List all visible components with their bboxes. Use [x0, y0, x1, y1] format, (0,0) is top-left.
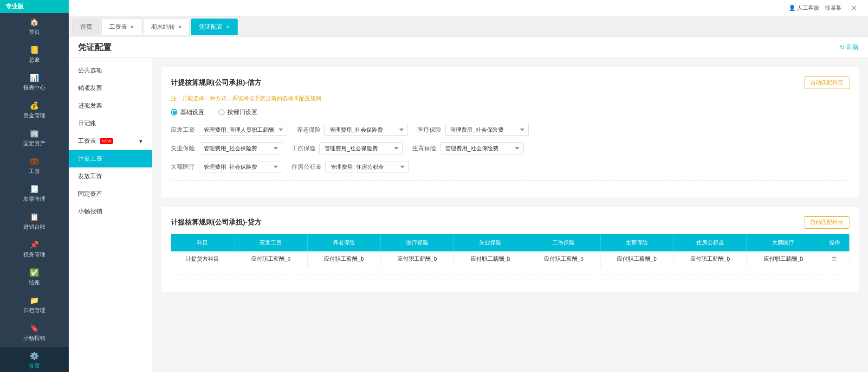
debit-auto-match-button[interactable]: 自动匹配科目 — [804, 77, 849, 89]
tab-payroll-close[interactable]: ✕ — [130, 24, 134, 30]
maternity-select[interactable]: 管理费用_社会保险费 — [440, 142, 524, 154]
col-salary: 应发工资 — [234, 234, 307, 251]
unemployment-label: 失业保险 — [171, 144, 195, 153]
tab-home-label: 首页 — [80, 23, 92, 31]
sidebar-item-label: 设置 — [29, 362, 40, 370]
sidebar-item-xiaochang-expense[interactable]: 🔖 小畅报销 — [0, 319, 69, 347]
report-icon: 📊 — [30, 73, 39, 82]
tab-voucher-config-close[interactable]: ✕ — [226, 24, 230, 30]
purchase-icon: 📋 — [30, 212, 39, 221]
left-nav-item-public[interactable]: 公共选项 — [69, 62, 152, 79]
cell-subject: 计提贷方科目 — [171, 251, 234, 267]
close-window-icon[interactable]: ✕ — [847, 2, 861, 14]
sidebar-item-settlement[interactable]: ✅ 结账 — [0, 263, 69, 291]
sidebar-item-report-center[interactable]: 📊 报表中心 — [0, 69, 69, 96]
tab-period-close[interactable]: 期末结转 ✕ — [143, 19, 190, 35]
salary-label: 应发工资 — [171, 126, 195, 134]
left-nav-item-payroll-calc[interactable]: 计提工资 — [69, 150, 152, 167]
sidebar-item-label: 固定资产 — [23, 140, 45, 148]
left-nav-item-journal[interactable]: 日记账 — [69, 115, 152, 132]
cell-salary: 应付职工薪酬_b — [234, 251, 307, 267]
expand-icon: ▾ — [139, 138, 143, 145]
cell-injury: 应付职工薪酬_b — [527, 251, 600, 267]
left-nav-item-payroll-table[interactable]: 工资表 NEW ▾ — [69, 132, 152, 150]
sidebar-item-salary[interactable]: 💼 工资 — [0, 152, 69, 180]
left-nav: 公共选项 销项发票 进项发票 日记账 工资表 NEW ▾ 计提工资 — [69, 58, 152, 372]
main-content: 计提核算规则(公司承担)-借方 自动匹配科目 注：只能选择一种方式，系统将按照您… — [152, 58, 868, 372]
credit-section-title: 计提核算规则(公司承担)-贷方 — [171, 218, 261, 227]
section-divider — [171, 180, 849, 181]
refresh-button[interactable]: ↻ 刷新 — [840, 43, 859, 51]
user-name: 徐某某 — [825, 4, 842, 12]
tab-bar: 首页 工资表 ✕ 期末结转 ✕ 凭证配置 ✕ — [69, 17, 868, 37]
refresh-label: 刷新 — [847, 43, 859, 51]
sidebar-item-label: 进销台账 — [23, 223, 45, 231]
debit-note: 注：只能选择一种方式，系统将按照您当前的选择来配置规则 — [171, 95, 849, 103]
action-icon[interactable]: ☰ — [832, 256, 837, 263]
sidebar: 专业版 🏠 首页 📒 总账 📊 报表中心 💰 资金管理 🏢 固定资产 💼 工资 … — [0, 0, 69, 372]
unemployment-select[interactable]: 管理费用_社会保险费 — [199, 142, 282, 154]
radio-dept-label: 按部门设置 — [227, 108, 258, 116]
left-nav-item-purchase-invoice[interactable]: 进项发票 — [69, 97, 152, 115]
left-nav-item-sales-invoice[interactable]: 销项发票 — [69, 79, 152, 97]
sidebar-item-tax[interactable]: 📌 税务管理 — [0, 236, 69, 263]
sidebar-item-general-ledger[interactable]: 📒 总账 — [0, 41, 69, 69]
medical-select[interactable]: 管理费用_社会保险费 — [445, 124, 529, 136]
sidebar-item-label: 小畅报销 — [23, 334, 45, 342]
sidebar-item-fund[interactable]: 💰 资金管理 — [0, 96, 69, 124]
injury-select[interactable]: 管理费用_社会保险费 — [319, 142, 403, 154]
cell-action[interactable]: ☰ — [820, 251, 849, 267]
sidebar-item-purchase-sales[interactable]: 📋 进销台账 — [0, 208, 69, 236]
maternity-label: 生育保险 — [412, 144, 436, 153]
col-pension: 养老保险 — [307, 234, 381, 251]
housing-select[interactable]: 管理费用_住房公积金 — [325, 161, 409, 173]
tab-period-close-close[interactable]: ✕ — [178, 24, 182, 30]
sidebar-item-label: 发票管理 — [23, 195, 45, 203]
expense-icon: 🔖 — [30, 324, 39, 333]
assets-icon: 🏢 — [30, 129, 39, 138]
radio-basic[interactable]: 基础设置 — [171, 108, 204, 116]
left-nav-item-fixed-assets[interactable]: 固定资产 — [69, 185, 152, 203]
tab-voucher-config-label: 凭证配置 — [199, 23, 223, 31]
tab-voucher-config[interactable]: 凭证配置 ✕ — [191, 19, 238, 35]
field-injury: 工伤保险 管理费用_社会保险费 — [291, 142, 403, 154]
new-badge: NEW — [100, 138, 113, 144]
pension-select[interactable]: 管理费用_社会保险费 — [324, 124, 408, 136]
cell-unemployment: 应付职工薪酬_b — [454, 251, 527, 267]
left-nav-item-xiaochang-expense[interactable]: 小畅报销 — [69, 203, 152, 220]
salary-icon: 💼 — [30, 157, 39, 166]
debit-section-header: 计提核算规则(公司承担)-借方 自动匹配科目 — [171, 77, 849, 89]
settings-icon: ⚙️ — [30, 352, 39, 360]
ledger-icon: 📒 — [30, 45, 39, 54]
tab-payroll[interactable]: 工资表 ✕ — [101, 19, 142, 35]
col-maternity: 生育保险 — [600, 234, 674, 251]
housing-label: 住房公积金 — [291, 163, 322, 171]
tab-home[interactable]: 首页 — [72, 19, 100, 35]
debit-form-row-1: 应发工资 管理费用_管理人员职工薪酬 养老保险 管理费用_社会保险费 医疗保险 — [171, 124, 849, 136]
field-maternity: 生育保险 管理费用_社会保险费 — [412, 142, 524, 154]
table-row: 计提贷方科目 应付职工薪酬_b 应付职工薪酬_b 应付职工薪酬_b 应付职工薪酬… — [171, 251, 849, 267]
medical-label: 医疗保险 — [417, 126, 441, 134]
page-header: 凭证配置 ↻ 刷新 — [69, 37, 868, 58]
radio-dept[interactable]: 按部门设置 — [218, 108, 258, 116]
sidebar-item-label: 税务管理 — [23, 251, 45, 259]
credit-auto-match-button[interactable]: 自动匹配科目 — [804, 216, 849, 229]
sidebar-item-fixed-assets[interactable]: 🏢 固定资产 — [0, 124, 69, 152]
sidebar-item-archive[interactable]: 📁 归档管理 — [0, 291, 69, 319]
sidebar-item-settings[interactable]: ⚙️ 设置 — [0, 347, 69, 372]
main-area: 👤 人工客服 徐某某 ✕ 首页 工资表 ✕ 期末结转 ✕ 凭证配置 ✕ 凭证配置… — [69, 0, 868, 372]
radio-basic-label: 基础设置 — [180, 108, 204, 116]
field-pension: 养老保险 管理费用_社会保险费 — [297, 124, 408, 136]
sidebar-item-home[interactable]: 🏠 首页 — [0, 13, 69, 41]
left-nav-item-payroll-issue[interactable]: 发放工资 — [69, 167, 152, 185]
topbar: 👤 人工客服 徐某某 ✕ — [69, 0, 868, 17]
extra-medical-select[interactable]: 管理费用_社会保险费 — [199, 161, 282, 173]
col-subject: 科目 — [171, 234, 234, 251]
sidebar-item-invoice[interactable]: 🧾 发票管理 — [0, 180, 69, 208]
sidebar-item-label: 报表中心 — [23, 84, 45, 92]
radio-basic-circle — [171, 109, 177, 115]
user-info: 👤 人工客服 — [789, 4, 819, 12]
salary-select[interactable]: 管理费用_管理人员职工薪酬 — [199, 124, 287, 136]
col-injury: 工伤保险 — [527, 234, 600, 251]
home-icon: 🏠 — [30, 18, 39, 26]
